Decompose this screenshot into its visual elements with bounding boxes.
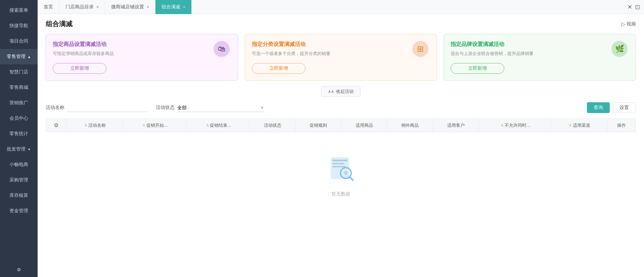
tab-store-catalog[interactable]: 门店商品目录 × [59,0,105,14]
empty-illustration [324,152,358,186]
page-title: 组合满减 [46,19,73,29]
card-desc-goods: 可指定滞销商品或库存较多商品 [53,51,231,58]
svg-rect-1 [332,160,348,161]
th-applicable-goods: 适用商品 [341,119,387,132]
card-title-goods: 指定商品设置满减活动 [53,41,231,48]
video-link[interactable]: ▷ 视频 [621,21,636,27]
filter-name-input[interactable] [67,104,148,112]
sidebar-item-search-menu[interactable]: 搜索菜单 [0,3,38,18]
filter-status-select[interactable]: 全部 进行中 未开始 已结束 [177,104,265,112]
settings-gear-icon: ⚙ [54,122,58,128]
tab-home[interactable]: 首页 [38,0,59,14]
sidebar-item-project-contract[interactable]: 项目合同 [0,34,38,49]
collapse-button[interactable]: ∧∧ 收起活动 [321,86,361,97]
sidebar: 搜索菜单 快捷导航 项目合同 零售管理 ▲ 智慧门店 零售商城 营销推广 会员中… [0,0,38,277]
th-activity-status: 活动状态 [249,119,295,132]
tab-close-combo-discount[interactable]: × [183,5,185,9]
th-promo-start[interactable]: ⇅ 促销开始... [123,119,186,132]
filter-status-label: 活动状态 [156,105,175,111]
query-button[interactable]: 查询 [587,102,610,113]
filter-status-select-wrapper: 全部 进行中 未开始 已结束 ▾ [177,104,265,112]
data-table: ⚙ ⇅ 活动名称 ⇅ 促销开始... ⇅ 促销结束... [46,118,636,211]
page-content: 组合满减 ▷ 视频 🛍 指定商品设置满减活动 可指定滞销商品或库存较多商品 立即… [38,14,644,277]
card-specified-goods: 🛍 指定商品设置满减活动 可指定滞销商品或库存较多商品 立即新增 [46,34,238,81]
gear-icon: ⚙ [17,267,21,272]
sidebar-item-retail-mall[interactable]: 零售商城 [0,80,38,95]
card-icon-brand: 🌿 [611,41,628,57]
sidebar-item-marketing[interactable]: 营销推广 [0,95,38,111]
play-circle-icon: ▷ [621,21,625,27]
th-applicable-channel[interactable]: ⇅ 适用渠道 [551,119,607,132]
tab-wechat-store-settings[interactable]: 微商城店铺设置 × [105,0,155,14]
card-icon-goods: 🛍 [214,41,230,57]
empty-state: 暂无数据 [46,132,636,211]
main-area: 首页 门店商品目录 × 微商城店铺设置 × 组合满减 × ✕ ⊡ 组合满减 ▷ … [38,0,644,277]
retail-mgmt-arrow: ▲ [28,55,31,59]
table-body: 暂无数据 [46,132,636,211]
th-promo-end[interactable]: ⇅ 促销结束... [186,119,249,132]
svg-point-7 [344,171,348,175]
sidebar-item-smart-store[interactable]: 智慧门店 [0,64,38,80]
th-settings[interactable]: ⚙ [46,119,66,132]
table-header: ⚙ ⇅ 活动名称 ⇅ 促销开始... ⇅ 促销结束... [46,119,636,132]
page-header: 组合满减 ▷ 视频 [46,19,636,29]
collapse-bar: ∧∧ 收起活动 [46,86,636,97]
tab-close-store-catalog[interactable]: × [96,5,99,9]
sidebar-item-retail-stats[interactable]: 零售统计 [0,126,38,142]
th-exception-goods: 例外商品 [387,119,433,132]
tab-combo-discount[interactable]: 组合满减 × [155,0,192,14]
card-icon-category: ⊞ [412,41,428,57]
filter-row: 活动名称 活动状态 全部 进行中 未开始 已结束 ▾ 查询 设置 [46,102,636,113]
th-not-concurrent[interactable]: ⇅ 不允许同时... [479,119,551,132]
svg-rect-3 [332,166,346,167]
sidebar-item-member-center[interactable]: 会员中心 [0,111,38,126]
sidebar-settings[interactable]: ⚙ [0,262,38,277]
add-btn-goods[interactable]: 立即新增 [53,63,106,74]
card-title-brand: 指定品牌设置满减活动 [451,41,629,48]
add-btn-brand[interactable]: 立即新增 [451,63,504,74]
filter-name: 活动名称 [46,104,148,112]
empty-text: 暂无数据 [331,191,350,197]
window-close-icon[interactable]: ✕ [627,3,632,11]
wholesale-mgmt-arrow: ▼ [28,148,31,151]
svg-rect-2 [332,163,344,164]
card-desc-category: 可选一个或者多个分类，提升分类的销量 [252,51,430,58]
sort-icon-not-concurrent: ⇅ [501,124,504,127]
sidebar-item-xiaochangec[interactable]: 小畅电商 [0,157,38,172]
filter-actions: 查询 设置 [587,102,636,113]
th-operation: 操作 [607,119,636,132]
sidebar-item-retail-mgmt[interactable]: 零售管理 ▲ [0,49,38,64]
sort-icon-promo-end: ⇅ [206,124,209,127]
collapse-icon: ∧∧ [328,89,334,94]
filter-name-label: 活动名称 [46,105,64,111]
tab-close-wechat-store-settings[interactable]: × [147,5,149,9]
th-applicable-customer: 适用客户 [433,119,479,132]
svg-line-6 [350,177,353,180]
settings-button[interactable]: 设置 [612,102,636,113]
sidebar-item-quick-nav[interactable]: 快捷导航 [0,18,38,34]
th-promo-rule: 促销规则 [295,119,341,132]
sort-icon-promo-start: ⇅ [143,124,145,127]
sidebar-item-finance-mgmt[interactable]: 资金管理 [0,203,38,219]
window-resize-icon[interactable]: ⊡ [635,3,640,11]
sort-icon-channel: ⇅ [569,124,572,127]
activity-cards: 🛍 指定商品设置满减活动 可指定滞销商品或库存较多商品 立即新增 ⊞ 指定分类设… [46,34,636,81]
add-btn-category[interactable]: 立即新增 [252,63,306,74]
sort-icon: ⇅ [85,124,87,127]
sidebar-item-purchase-mgmt[interactable]: 采购管理 [0,172,38,188]
card-specified-brand: 🌿 指定品牌设置满减活动 适合与上游企业联合做营销，提升品牌销量 立即新增 [444,34,636,81]
th-activity-name[interactable]: ⇅ 活动名称 [66,119,123,132]
card-specified-category: ⊞ 指定分类设置满减活动 可选一个或者多个分类，提升分类的销量 立即新增 [245,34,437,81]
filter-status: 活动状态 全部 进行中 未开始 已结束 ▾ [156,104,265,112]
tab-bar: 首页 门店商品目录 × 微商城店铺设置 × 组合满减 × ✕ ⊡ [38,0,644,14]
sidebar-item-inventory[interactable]: 库存核算 [0,188,38,203]
card-title-category: 指定分类设置满减活动 [252,41,430,48]
card-desc-brand: 适合与上游企业联合做营销，提升品牌销量 [451,51,629,58]
tab-bar-actions: ✕ ⊡ [627,3,644,11]
sidebar-item-wholesale-mgmt[interactable]: 批发管理 ▼ [0,142,38,157]
